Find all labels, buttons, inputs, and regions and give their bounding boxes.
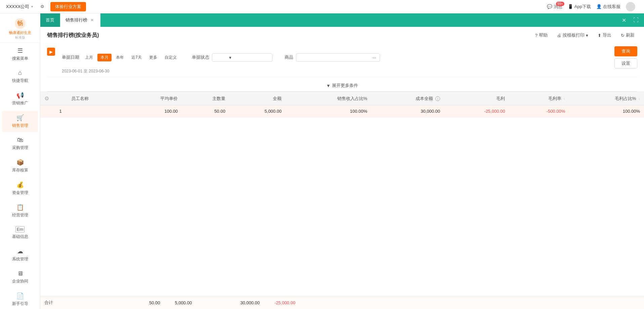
sidebar-item-label: 营销推广 xyxy=(12,100,28,106)
search-order-icon: ☰ xyxy=(17,47,23,54)
print-icon: 🖨 xyxy=(557,33,561,38)
chevron-down-icon: ▾ xyxy=(31,5,33,8)
finance-icon: 💰 xyxy=(16,181,24,189)
tab-close-icon[interactable]: ✕ xyxy=(89,17,95,23)
sidebar-item-label: 采购管理 xyxy=(12,145,28,151)
operations-icon: 📋 xyxy=(16,204,24,211)
sidebar-item-label: 基础信息 xyxy=(12,234,28,240)
logo-icon: 畅 xyxy=(14,17,26,30)
footer-avg-price xyxy=(118,300,145,305)
sidebar-item-inventory[interactable]: 📦 库存核算 xyxy=(2,155,38,176)
date-btn-more[interactable]: 更多 xyxy=(146,54,160,61)
sidebar-item-enterprise[interactable]: 🖥 企业协同 xyxy=(2,267,38,288)
settings-button[interactable]: 设置 xyxy=(614,58,637,68)
footer-values: 50.00 5,000.00 30,000.00 -25,000.00 xyxy=(65,300,640,305)
message-badge: 99+ xyxy=(556,2,564,6)
sidebar-item-operations[interactable]: 📋 经营管理 xyxy=(2,200,38,221)
tab-expand-btn[interactable]: ⛶ xyxy=(631,15,641,25)
svg-text:畅: 畅 xyxy=(17,20,23,27)
product-more-icon: ··· xyxy=(373,55,376,60)
page-title-row: 销售排行榜(按业务员) ? 帮助 🖨 按模板打印 ▾ ⬆ xyxy=(47,31,637,40)
sidebar-item-label: 企业协同 xyxy=(12,278,28,284)
refresh-btn[interactable]: ↻ 刷新 xyxy=(618,31,637,40)
gross-pct-sort-icon[interactable]: ↕ xyxy=(638,97,640,101)
settings-icon-btn[interactable]: ⚙ xyxy=(38,2,47,11)
avatar[interactable] xyxy=(626,2,635,11)
query-button[interactable]: 查询 xyxy=(614,46,637,56)
status-select[interactable]: ▾ xyxy=(212,53,272,62)
col-settings: ⚙ xyxy=(40,92,54,105)
date-filter-group: 单据日期 上月 本月 本年 近7天 更多 自定义 xyxy=(62,54,180,61)
product-input[interactable]: ··· xyxy=(296,53,380,62)
table-header-row: ⚙ 员工名称 平均单价 主数量 全额 销售收入占比% 成本全额 i xyxy=(40,92,644,105)
date-btn-last-month[interactable]: 上月 xyxy=(82,54,96,61)
sidebar-item-quick-nav[interactable]: ⌂ 快捷导航 xyxy=(2,66,38,87)
sidebar-item-search-order[interactable]: ☰ 搜索菜单 xyxy=(2,44,38,65)
sidebar-item-marketing[interactable]: 📢 营销推广 xyxy=(2,88,38,109)
sidebar-item-new-guide[interactable]: 📄 新手引导 xyxy=(2,289,38,309)
date-buttons: 上月 本月 本年 近7天 更多 自定义 xyxy=(82,54,180,61)
print-template-btn[interactable]: 🖨 按模板打印 ▾ xyxy=(554,31,591,40)
filter-expand-arrow[interactable]: ▶ xyxy=(47,48,55,56)
sidebar-item-sales[interactable]: 🛒 销售管理 xyxy=(2,111,38,132)
col-sales-pct: 销售收入占比% xyxy=(286,92,371,105)
cell-rank: 1 xyxy=(54,105,67,117)
sales-icon: 🛒 xyxy=(16,114,24,121)
app-download-btn[interactable]: 📱 App下载 xyxy=(568,4,591,10)
filter-arrow-btn[interactable]: ▶ xyxy=(47,46,55,59)
sidebar-item-label: 库存核算 xyxy=(12,167,28,173)
date-btn-this-year[interactable]: 本年 xyxy=(113,54,127,61)
date-range-value: 2023-06-01 至 2023-06-30 xyxy=(62,69,109,73)
sidebar-item-label: 资金管理 xyxy=(12,190,28,196)
sidebar-item-label: 搜索菜单 xyxy=(12,56,28,61)
tab-close-window-btn[interactable]: ✕ xyxy=(619,15,629,25)
trial-button[interactable]: 体验行业方案 xyxy=(50,2,86,11)
marketing-icon: 📢 xyxy=(16,92,24,99)
company-selector[interactable]: XXXXX公司 ▾ xyxy=(3,2,36,11)
col-settings-icon[interactable]: ⚙ xyxy=(44,96,49,101)
date-filter-label: 单据日期 xyxy=(62,54,79,60)
table-row[interactable]: 1 100.00 50.00 5,000.00 100.00% 30,000.0… xyxy=(40,105,644,117)
expand-more-row: ▼ 展开更多条件 xyxy=(47,77,637,91)
cell-employee xyxy=(67,105,125,117)
tab-home[interactable]: 首页 xyxy=(40,13,60,27)
cell-gross-pct: 100.00% xyxy=(569,105,644,117)
date-range-display: 2023-06-01 至 2023-06-30 xyxy=(62,68,637,77)
print-label: 按模板打印 xyxy=(563,32,585,38)
expand-more-btn[interactable]: ▼ 展开更多条件 xyxy=(326,81,358,90)
sidebar-logo: 畅 畅康通好生意 标准版 xyxy=(0,13,40,43)
date-btn-custom[interactable]: 自定义 xyxy=(162,54,180,61)
query-action-btns: 查询 设置 xyxy=(614,46,637,68)
sidebar-item-purchase[interactable]: 🛍 采购管理 xyxy=(2,133,38,154)
export-label: 导出 xyxy=(603,32,611,38)
sidebar-item-finance[interactable]: 💰 资金管理 xyxy=(2,178,38,199)
product-filter-group: 商品 ··· xyxy=(285,53,380,62)
sidebar-item-basic-info[interactable]: Em 基础信息 xyxy=(2,223,38,243)
gross-rate-sort-icon[interactable]: ↕ xyxy=(563,97,565,101)
footer-sales-pct xyxy=(196,300,229,305)
cell-sales-pct: 100.00% xyxy=(286,105,371,117)
help-btn[interactable]: ? 帮助 xyxy=(532,31,550,40)
export-btn[interactable]: ⬆ 导出 xyxy=(595,31,614,40)
top-bar-right: 💬 消息 99+ 📱 App下载 👤 在线客服 xyxy=(547,2,641,11)
tab-bar: 首页 销售排行榜 ✕ ✕ ⛶ xyxy=(40,13,644,27)
date-btn-this-month[interactable]: 本月 xyxy=(97,54,112,61)
inventory-icon: 📦 xyxy=(16,159,24,166)
col-avg-price: 平均单价 xyxy=(125,92,182,105)
cost-info-icon[interactable]: i xyxy=(435,96,440,101)
expand-icon: ⛶ xyxy=(633,17,639,23)
status-filter-label: 单据状态 xyxy=(192,54,209,60)
expand-down-icon: ▼ xyxy=(326,83,331,88)
date-btn-7days[interactable]: 近7天 xyxy=(128,54,145,61)
online-service-btn[interactable]: 👤 在线客服 xyxy=(596,4,620,10)
sidebar-item-label: 系统管理 xyxy=(12,256,28,262)
purchase-icon: 🛍 xyxy=(17,137,23,144)
cell-cost: 30,000.00 xyxy=(371,105,444,117)
tab-sales-rank[interactable]: 销售排行榜 ✕ xyxy=(60,13,100,27)
sidebar-item-system[interactable]: ☁ 系统管理 xyxy=(2,244,38,265)
message-btn[interactable]: 💬 消息 99+ xyxy=(547,4,562,10)
refresh-label: 刷新 xyxy=(626,32,635,38)
page-title: 销售排行榜(按业务员) xyxy=(47,32,99,39)
refresh-icon: ↻ xyxy=(621,33,625,38)
footer-amount: 5,000.00 xyxy=(171,300,196,305)
